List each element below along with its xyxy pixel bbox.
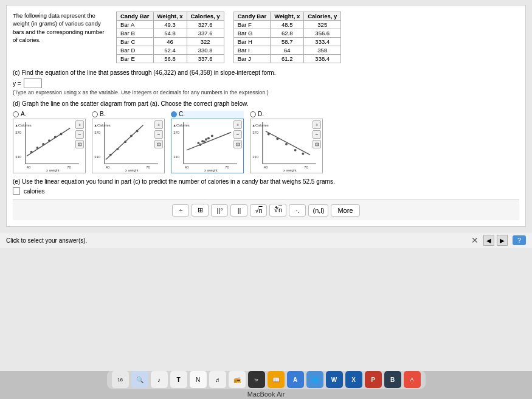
svg-point-57 [294, 149, 297, 151]
table2-col1-header: Candy Bar [233, 12, 271, 21]
graph-d-box: ▲Calories 370 310 40 70 x weight [250, 119, 323, 173]
table1-col1-header: Candy Bar [117, 12, 154, 21]
dock-a-app[interactable]: A [287, 371, 304, 388]
graph-option-b[interactable]: B. ▲Calories 370 310 40 70 x weight [92, 111, 165, 173]
part-e-answer: calories [13, 187, 519, 195]
graph-option-c[interactable]: C. ▲Calories 370 310 40 70 x weight [171, 111, 244, 173]
graph-option-d[interactable]: D. ▲Calories 370 310 40 70 x weight [250, 111, 323, 173]
expand-btn-a[interactable]: ⊡ [75, 140, 84, 148]
graph-c-box: ▲Calories 370 310 40 70 x weight [171, 119, 244, 173]
part-d: (d) Graph the line on the scatter diagra… [13, 100, 519, 173]
dock-calendar[interactable]: 16 [112, 371, 129, 388]
expand-btn-c[interactable]: ⊡ [233, 140, 242, 148]
svg-text:x weight: x weight [204, 168, 218, 172]
math-btn-abs[interactable]: || [230, 204, 247, 217]
next-arrow[interactable]: ▶ [497, 235, 508, 246]
graph-b-controls: + − ⊡ [154, 120, 163, 148]
svg-text:x weight: x weight [46, 168, 60, 172]
dock-safari[interactable]: 🌐 [306, 371, 323, 388]
part-e: (e) Use the linear equation you found in… [13, 178, 519, 195]
dock-music[interactable]: ♪ [151, 371, 168, 388]
dock-finder[interactable]: 🔍 [131, 371, 148, 388]
svg-text:40: 40 [106, 165, 110, 169]
svg-text:70: 70 [146, 165, 150, 169]
dock-norton[interactable]: N [190, 371, 207, 388]
svg-text:x weight: x weight [125, 168, 139, 172]
dock-p-app[interactable]: P [365, 371, 382, 388]
dock-appletv[interactable]: tv [248, 371, 265, 388]
zoom-out-btn-b[interactable]: − [154, 130, 163, 139]
svg-text:40: 40 [27, 165, 31, 169]
y-equals-label: y = [13, 80, 21, 87]
click-to-select-label: Click to select your answer(s). [6, 237, 87, 244]
math-btn-dot[interactable]: ·. [289, 204, 306, 217]
svg-point-10 [36, 147, 38, 149]
dock-w-app[interactable]: W [326, 371, 343, 388]
radio-c[interactable] [171, 111, 177, 117]
close-button[interactable]: ✕ [471, 235, 478, 245]
math-btn-matrix[interactable]: ⊞ [192, 204, 209, 217]
svg-point-25 [116, 148, 119, 150]
svg-text:370: 370 [15, 131, 22, 134]
svg-point-13 [54, 136, 57, 138]
graph-a-label[interactable]: A. [13, 111, 26, 117]
svg-point-56 [285, 143, 288, 145]
math-btn-nthroot[interactable]: ∜n [269, 204, 286, 217]
svg-text:370: 370 [252, 131, 259, 134]
svg-text:310: 310 [94, 155, 101, 159]
radio-a[interactable] [13, 111, 19, 117]
dock-b-app[interactable]: B [384, 371, 401, 388]
prev-arrow[interactable]: ◀ [483, 235, 494, 246]
svg-point-12 [48, 139, 50, 142]
dock-itunes[interactable]: ♬ [209, 371, 226, 388]
zoom-out-btn-a[interactable]: − [75, 130, 84, 139]
math-btn-sqrt[interactable]: √n [250, 204, 267, 217]
part-c-answer-box[interactable] [24, 78, 42, 88]
svg-text:▲Calories: ▲Calories [173, 123, 189, 127]
dock-t-app[interactable]: T [170, 371, 187, 388]
dock-podcast[interactable]: 📻 [229, 371, 246, 388]
zoom-in-btn-d[interactable]: + [313, 120, 321, 129]
tables-row: The following data represent the weight … [13, 12, 519, 63]
dock-pdf-app[interactable]: A [404, 371, 421, 388]
more-button[interactable]: More [331, 204, 359, 217]
table-row: Bar F 48.5 325 [233, 21, 341, 29]
svg-text:70: 70 [304, 165, 308, 169]
math-btn-fraction[interactable]: ÷ [172, 204, 189, 217]
math-btn-degree[interactable]: ||° [211, 204, 228, 217]
graph-d-label[interactable]: D. [250, 111, 264, 117]
svg-point-55 [276, 137, 278, 140]
zoom-out-btn-c[interactable]: − [233, 130, 242, 139]
dock-x-app[interactable]: X [345, 371, 362, 388]
zoom-in-btn-b[interactable]: + [154, 120, 163, 129]
graph-option-a[interactable]: A. ▲Calories 370 310 40 [13, 111, 86, 173]
graph-c-text: C. [179, 111, 185, 117]
zoom-in-btn-a[interactable]: + [75, 120, 84, 129]
table2-col2-header: Weight, x [271, 12, 304, 21]
graph-b-label[interactable]: B. [92, 111, 105, 117]
math-btn-paren[interactable]: (n,l) [308, 204, 328, 217]
table1-col3-header: Calories, y [187, 12, 224, 21]
expand-btn-d[interactable]: ⊡ [313, 140, 321, 148]
part-e-checkbox[interactable] [13, 187, 20, 195]
dock-books[interactable]: 📖 [268, 371, 285, 388]
graph-c-label[interactable]: C. [171, 111, 185, 117]
part-c-answer-line: y = [13, 78, 519, 88]
graph-d-controls: + − ⊡ [313, 120, 321, 148]
svg-point-37 [197, 142, 199, 144]
macbook-label: MacBook Air [247, 390, 285, 398]
part-c: (c) Find the equation of the line that p… [13, 69, 519, 95]
expand-btn-b[interactable]: ⊡ [154, 140, 163, 148]
radio-d[interactable] [250, 111, 256, 117]
table1-col2-header: Weight, x [153, 12, 187, 21]
radio-b[interactable] [92, 111, 98, 117]
graphs-row: A. ▲Calories 370 310 40 [13, 111, 519, 173]
table-1: Candy Bar Weight, x Calories, y Bar A 49… [116, 12, 224, 63]
part-e-label: (e) Use the linear equation you found in… [13, 178, 519, 185]
zoom-in-btn-c[interactable]: + [233, 120, 242, 129]
zoom-out-btn-d[interactable]: − [313, 130, 321, 139]
table-row: Bar E 56.8 337.6 [117, 55, 224, 63]
content-area: The following data represent the weight … [6, 5, 526, 227]
help-button[interactable]: ? [513, 235, 526, 245]
svg-point-58 [302, 153, 304, 155]
